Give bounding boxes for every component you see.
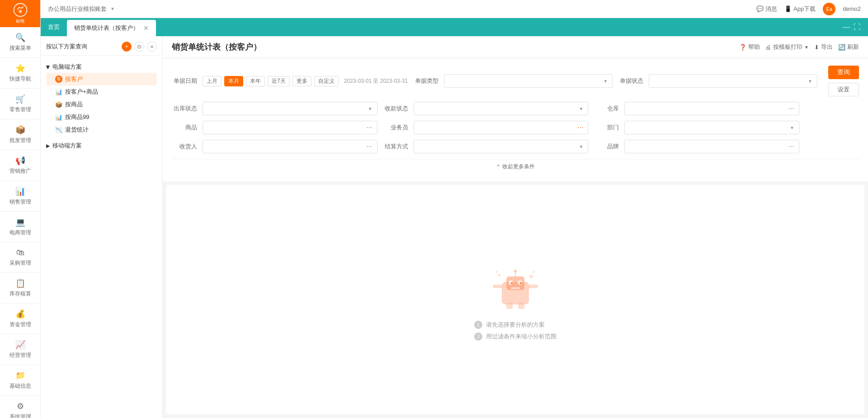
customer-product-icon: 📊	[55, 89, 62, 95]
right-content: 销货单统计表（按客户） ❓ 帮助 🖨 按模板打印 ▼ ⬇ 导出	[163, 36, 868, 418]
product-select[interactable]: ···	[203, 121, 377, 134]
export-icon: ⬇	[814, 44, 819, 51]
scheme-settings-button[interactable]: ⊙	[134, 42, 144, 52]
tree-item-return-stats[interactable]: 📉 退货统计	[46, 124, 157, 136]
sidebar-logo-text: 标惟	[16, 18, 25, 24]
bill-type-dropdown-icon: ▼	[603, 79, 608, 84]
page-header: 销货单统计表（按客户） ❓ 帮助 🖨 按模板打印 ▼ ⬇ 导出	[163, 36, 868, 58]
date-last-7days-button[interactable]: 近7天	[268, 76, 290, 86]
print-dropdown-icon: ▼	[804, 45, 809, 50]
desktop-group-label: 电脑端方案	[52, 63, 82, 71]
collapse-panel-button[interactable]: «	[147, 42, 157, 52]
sidebar-item-sales[interactable]: 📊 销售管理	[0, 181, 41, 212]
out-status-select[interactable]: ▼	[203, 102, 377, 115]
refresh-button[interactable]: 🔄 刷新	[838, 43, 859, 51]
print-button[interactable]: 🖨 按模板打印 ▼	[765, 43, 809, 51]
date-label: 单据日期	[172, 77, 197, 85]
content-area: 按以下方案查询 + ⊙ « ▶ 电脑端方案 客 按客户	[41, 36, 868, 418]
system-icon: ⚙	[17, 401, 24, 411]
date-custom-button[interactable]: 自定义	[314, 76, 339, 86]
sidebar-item-finance[interactable]: 💰 资金管理	[0, 304, 41, 334]
help-button[interactable]: ❓ 帮助	[739, 43, 760, 51]
export-button[interactable]: ⬇ 导出	[814, 43, 833, 51]
tree-item-product99[interactable]: 📊 按商品99	[46, 111, 157, 124]
sidebar-item-search[interactable]: 🔍 搜索菜单	[0, 27, 41, 58]
basic-icon: 📁	[15, 370, 25, 380]
collapse-bar[interactable]: ⌃ 收起更多条件	[172, 159, 859, 174]
receipt-status-select[interactable]: ▼	[414, 102, 589, 115]
sidebar-item-marketing[interactable]: 📢 营销推广	[0, 150, 41, 181]
settle-method-select[interactable]: ▼	[414, 140, 589, 153]
empty-tip-1: 1 请先选择要分析的方案	[474, 321, 557, 329]
sidebar-item-inventory[interactable]: 📋 库存核算	[0, 273, 41, 304]
app-download-label: App下载	[793, 5, 816, 13]
sidebar-item-system[interactable]: ⚙ 系统管理	[0, 396, 41, 418]
message-button[interactable]: 💬 消息	[756, 5, 777, 13]
tip-1-text: 请先选择要分析的方案	[486, 321, 545, 329]
product99-icon: 📊	[55, 114, 62, 121]
bill-status-label: 单据状态	[618, 77, 643, 85]
sidebar-item-ecom[interactable]: 💻 电商管理	[0, 212, 41, 242]
bill-status-select[interactable]: ▼	[649, 74, 817, 88]
svg-rect-14	[518, 303, 524, 309]
salesperson-select[interactable]: ···	[414, 121, 589, 134]
sidebar-item-quick-nav[interactable]: ⭐ 快捷导航	[0, 58, 41, 89]
date-last-month-button[interactable]: 上月	[203, 76, 222, 86]
filter-row-status: 出库状态 ▼ 收款状态 ▼ 仓库 ···	[172, 102, 859, 115]
tree-section: ▶ 电脑端方案 客 按客户 📊 按客户+商品 📦 按商品	[41, 56, 162, 157]
warehouse-select[interactable]: ···	[624, 102, 799, 115]
receiver-label: 收货人	[172, 142, 197, 151]
department-select[interactable]: ▼	[624, 121, 799, 134]
svg-point-6	[511, 282, 513, 284]
tab-minimize-button[interactable]: —	[843, 23, 850, 31]
salesperson-dots-icon: ···	[577, 124, 583, 132]
tree-item-by-customer[interactable]: 客 按客户	[46, 73, 157, 86]
print-label: 按模板打印	[773, 43, 802, 51]
product-dots-icon: ···	[366, 124, 372, 132]
tree-item-customer-product[interactable]: 📊 按客户+商品	[46, 86, 157, 98]
ecom-icon: 💻	[15, 217, 25, 227]
query-button[interactable]: 查询	[828, 66, 859, 79]
app-title: 办公用品行业模拟账套	[48, 5, 107, 13]
svg-rect-13	[506, 303, 513, 309]
user-name: demo2	[843, 5, 861, 12]
sidebar-item-retail[interactable]: 🛒 零售管理	[0, 89, 41, 119]
sidebar-item-purchase[interactable]: 🛍 采购管理	[0, 242, 41, 273]
tree-group-mobile-title[interactable]: ▶ 移动端方案	[46, 140, 157, 152]
settle-method-dropdown-icon: ▼	[579, 144, 583, 149]
brand-select[interactable]: ···	[624, 140, 799, 153]
sidebar-item-operations[interactable]: 📈 经营管理	[0, 334, 41, 365]
avatar[interactable]: Ea	[823, 3, 835, 15]
wholesale-icon: 📦	[15, 125, 25, 135]
tab-home[interactable]: 首页	[41, 18, 67, 36]
out-status-label: 出库状态	[172, 104, 197, 113]
svg-point-16	[495, 271, 497, 273]
tab-sales-stats[interactable]: 销货单统计表（按客户） ✕	[67, 20, 156, 36]
app-download-button[interactable]: 📱 App下载	[784, 5, 816, 13]
settings-button[interactable]: 设置	[828, 83, 859, 96]
tab-close-button[interactable]: ✕	[143, 24, 149, 32]
tab-maximize-button[interactable]: ⛶	[854, 23, 861, 31]
svg-rect-8	[511, 287, 520, 289]
filter-row-date: 单据日期 上月 本月 本年 近7天 更多 自定义 2023-03-01 至 20…	[172, 66, 859, 96]
date-this-month-button[interactable]: 本月	[224, 76, 243, 86]
bill-type-select[interactable]: ▼	[444, 74, 613, 88]
sidebar-item-wholesale[interactable]: 📦 批发管理	[0, 119, 41, 150]
add-scheme-button[interactable]: +	[122, 42, 132, 52]
tree-item-return-stats-label: 退货统计	[65, 126, 89, 134]
finance-icon: 💰	[15, 309, 25, 319]
export-label: 导出	[821, 43, 833, 51]
receiver-select[interactable]: ···	[203, 140, 377, 153]
tree-group-desktop-title[interactable]: ▶ 电脑端方案	[46, 61, 157, 73]
date-more-button[interactable]: 更多	[292, 76, 311, 86]
sidebar-item-basic[interactable]: 📁 基础信息	[0, 365, 41, 396]
user-initials: Ea	[826, 6, 832, 12]
operations-icon: 📈	[15, 340, 25, 350]
svg-point-7	[520, 282, 522, 284]
sidebar-logo: 标惟	[0, 0, 41, 27]
tree-item-by-product[interactable]: 📦 按商品	[46, 98, 157, 111]
mobile-group-chevron: ▶	[46, 143, 50, 149]
help-icon: ❓	[739, 44, 746, 51]
date-this-year-button[interactable]: 本年	[246, 76, 265, 86]
bill-type-label: 单据类型	[413, 77, 439, 85]
